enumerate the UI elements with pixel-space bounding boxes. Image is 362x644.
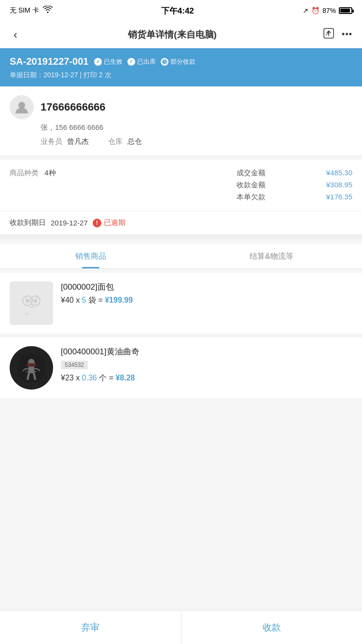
back-button[interactable]: ‹ xyxy=(10,24,21,45)
status-badges: ✓ 已生效 ✓ 已出库 部分收款 xyxy=(94,57,195,66)
wifi-icon xyxy=(43,6,53,16)
price-equals-2: = xyxy=(109,374,116,382)
transaction-value: ¥485.30 xyxy=(326,168,352,178)
product-price-row-1: ¥40 x 5 袋 = ¥199.99 xyxy=(61,295,352,306)
tab-sales-label: 销售商品 xyxy=(75,252,106,260)
product-unit-1: 袋 xyxy=(88,296,96,304)
order-date-row: 单据日期：2019-12-27 | 打印 2 次 xyxy=(10,71,352,80)
more-icon[interactable]: ••• xyxy=(342,29,352,40)
share-icon[interactable]: ↗ xyxy=(323,28,334,42)
received-row: 收款金额 ¥308.95 xyxy=(237,181,352,190)
product-total-1: ¥199.99 xyxy=(105,296,133,304)
product-thumbnail-2 xyxy=(10,346,53,390)
stats-section: 商品种类 4种 成交金额 ¥485.30 收款金额 ¥308.95 本单欠款 ¥… xyxy=(0,160,362,210)
product-sku-badge-2: 534532 xyxy=(61,361,88,369)
salesperson-label: 业务员 xyxy=(41,137,62,145)
received-label: 收款金额 xyxy=(237,181,265,190)
salesperson-field: 业务员 曾凡杰 xyxy=(41,137,89,146)
overdue-icon: ! xyxy=(93,219,101,227)
alarm-icon: ⏰ xyxy=(311,7,320,14)
overdue-badge: ! 已逾期 xyxy=(93,218,125,227)
nav-bar: ‹ 销货单详情(来自电脑) ↗ ••• xyxy=(0,21,362,48)
list-item: 营+ [0000002]面包 ¥40 x 5 袋 = ¥199.99 xyxy=(0,273,362,334)
stats-right: 成交金额 ¥485.30 收款金额 ¥308.95 本单欠款 ¥176.35 xyxy=(237,168,352,202)
svg-rect-11 xyxy=(28,366,34,373)
cancel-review-button[interactable]: 弃审 xyxy=(0,611,181,644)
check-icon-2: ✓ xyxy=(127,58,135,66)
product-thumbnail-1: 营+ xyxy=(10,281,53,325)
svg-text:营+: 营+ xyxy=(25,312,30,316)
price-multiply-1: x xyxy=(76,296,82,304)
order-header: SA-20191227-001 ✓ 已生效 ✓ 已出库 部分收款 xyxy=(0,48,362,86)
customer-row: 17666666666 xyxy=(10,95,352,119)
product-info-2: [000400001]黄油曲奇 534532 ¥23 x 0.36 个 = ¥8… xyxy=(61,346,352,383)
received-value: ¥308.95 xyxy=(326,181,352,190)
status-active-label: 已生效 xyxy=(104,57,123,66)
product-price-1: ¥40 xyxy=(61,296,74,304)
price-equals-1: = xyxy=(98,296,105,304)
customer-name: 17666666666 xyxy=(41,101,106,113)
status-time: 下午4:42 xyxy=(161,5,194,16)
product-name-1: [0000002]面包 xyxy=(61,281,352,293)
check-icon-1: ✓ xyxy=(94,58,102,66)
svg-text:↗: ↗ xyxy=(325,30,330,37)
tab-settle-label: 结算&物流等 xyxy=(250,252,293,260)
location-icon: ↗ xyxy=(303,7,308,14)
products-list: 营+ [0000002]面包 ¥40 x 5 袋 = ¥199.99 xyxy=(0,273,362,398)
status-badge-active: ✓ 已生效 xyxy=(94,57,123,66)
order-id-row: SA-20191227-001 ✓ 已生效 ✓ 已出库 部分收款 xyxy=(10,56,352,67)
product-price-2: ¥23 xyxy=(61,374,74,382)
clock-icon xyxy=(161,58,168,66)
order-separator: | xyxy=(80,71,84,79)
status-shipped-label: 已出库 xyxy=(137,57,156,66)
transaction-label: 成交金额 xyxy=(237,168,265,178)
status-partial-label: 部分收款 xyxy=(170,57,195,66)
list-item: [000400001]黄油曲奇 534532 ¥23 x 0.36 个 = ¥8… xyxy=(0,337,362,398)
collect-payment-label: 收款 xyxy=(263,621,281,634)
owed-row: 本单欠款 ¥176.35 xyxy=(237,193,352,202)
transaction-row: 成交金额 ¥485.30 xyxy=(237,168,352,178)
tab-settle-logistics[interactable]: 结算&物流等 xyxy=(181,244,362,268)
warehouse-label: 仓库 xyxy=(108,137,123,145)
section-divider xyxy=(0,234,362,239)
owed-label: 本单欠款 xyxy=(237,193,265,202)
svg-point-6 xyxy=(26,299,29,303)
svg-point-3 xyxy=(18,102,25,109)
svg-point-7 xyxy=(33,299,37,303)
product-types-count: 4种 xyxy=(44,168,56,177)
product-types-label: 商品种类 xyxy=(10,168,39,177)
tabs-row: 销售商品 结算&物流等 xyxy=(0,244,362,269)
product-info-1: [0000002]面包 ¥40 x 5 袋 = ¥199.99 xyxy=(61,281,352,306)
due-date-value: 2019-12-27 xyxy=(51,219,88,227)
sim-status: 无 SIM 卡 xyxy=(10,6,39,15)
product-qty-1: 5 xyxy=(82,296,86,304)
tabs-section: 销售商品 结算&物流等 xyxy=(0,244,362,269)
customer-section: 17666666666 张，156 6666 6666 业务员 曾凡杰 仓库 总… xyxy=(0,86,362,155)
customer-meta: 业务员 曾凡杰 仓库 总仓 xyxy=(41,137,352,146)
product-price-row-2: ¥23 x 0.36 个 = ¥8.28 xyxy=(61,373,352,383)
bottom-spacer xyxy=(0,402,362,441)
overdue-text: 已逾期 xyxy=(104,218,125,227)
product-total-2: ¥8.28 xyxy=(115,374,135,382)
order-date: 单据日期：2019-12-27 xyxy=(10,71,78,79)
customer-avatar xyxy=(10,95,34,119)
battery-percent: 87% xyxy=(322,7,336,14)
status-badge-shipped: ✓ 已出库 xyxy=(127,57,156,66)
order-print-count: 打印 2 次 xyxy=(84,71,111,79)
battery-icon xyxy=(339,7,352,14)
price-multiply-2: x xyxy=(76,374,82,382)
product-qty-2: 0.36 xyxy=(82,374,97,382)
status-right: ↗ ⏰ 87% xyxy=(303,7,352,14)
status-bar: 无 SIM 卡 下午4:42 ↗ ⏰ 87% xyxy=(0,0,362,21)
due-date-label: 收款到期日 xyxy=(10,218,46,227)
due-date-section: 收款到期日 2019-12-27 ! 已逾期 xyxy=(0,211,362,234)
tab-sales-products[interactable]: 销售商品 xyxy=(0,244,181,268)
collect-payment-button[interactable]: 收款 xyxy=(181,611,362,644)
cancel-review-label: 弃审 xyxy=(81,621,99,634)
customer-sub: 张，156 6666 6666 xyxy=(41,123,352,132)
owed-value: ¥176.35 xyxy=(326,193,352,202)
status-badge-partial: 部分收款 xyxy=(161,57,195,66)
status-left: 无 SIM 卡 xyxy=(10,6,53,16)
page-title: 销货单详情(来自电脑) xyxy=(128,28,217,41)
warehouse-field: 仓库 总仓 xyxy=(108,137,142,146)
